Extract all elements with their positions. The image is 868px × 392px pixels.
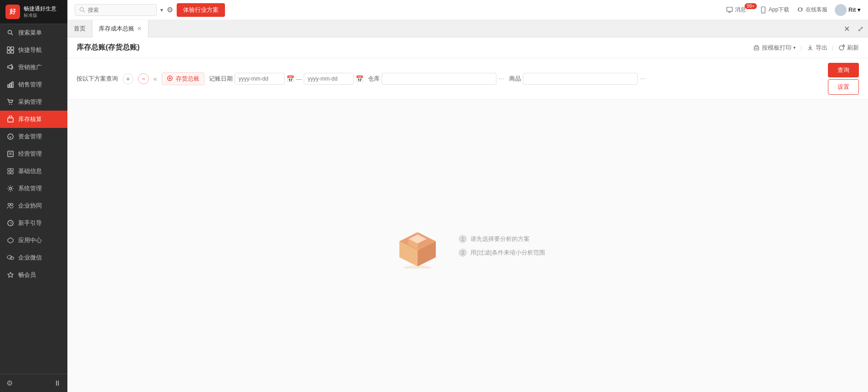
export-icon <box>807 44 814 51</box>
sidebar: 好 畅捷通好生意 标准版 搜索菜单 快捷导航 营销推广 <box>0 0 67 392</box>
settings-btn[interactable]: 设置 <box>828 79 859 95</box>
sidebar-item-label: 基础信息 <box>18 167 42 175</box>
warehouse-more-icon[interactable]: ··· <box>498 75 504 83</box>
product-label: 商品 <box>509 75 521 83</box>
print-template-btn[interactable]: 按模板打印 ▾ <box>753 44 796 52</box>
filter-scheme-item[interactable]: 存货总账 <box>162 72 204 85</box>
topbar-search-box[interactable] <box>75 4 157 16</box>
svg-rect-20 <box>8 172 10 174</box>
member-icon <box>6 271 15 279</box>
product-input[interactable] <box>523 73 638 85</box>
sidebar-item-quick-nav[interactable]: 快捷导航 <box>0 41 67 59</box>
empty-state: 1 请先选择要分析的方案 2 用[过滤]条件来缩小分析范围 <box>67 100 868 392</box>
topbar-right: 消息 99+ App下载 在线客服 Rit ▾ <box>726 4 861 16</box>
settings-bottom-icon[interactable]: ⚙ <box>6 379 13 387</box>
user-area[interactable]: Rit ▾ <box>835 4 861 16</box>
sidebar-item-inventory[interactable]: 库存核算 <box>0 111 67 128</box>
message-btn[interactable]: 消息 99+ <box>726 6 752 14</box>
tab-bar: 首页 库存成本总账 ✕ ✕ ⤢ <box>67 20 868 37</box>
sidebar-item-operations[interactable]: 经营管理 <box>0 145 67 163</box>
export-btn[interactable]: 导出 <box>807 44 827 52</box>
product-more-icon[interactable]: ··· <box>639 75 645 83</box>
logo-badge: 标准版 <box>24 12 56 19</box>
tab-close-icon[interactable]: ✕ <box>137 25 142 32</box>
empty-hints: 1 请先选择要分析的方案 2 用[过滤]条件来缩小分析范围 <box>459 235 545 257</box>
money-icon: ¥ <box>6 132 15 141</box>
scheme-inner-icon <box>167 75 173 81</box>
sidebar-item-label: 畅会员 <box>18 271 36 279</box>
sidebar-item-membership[interactable]: 畅会员 <box>0 266 67 284</box>
sidebar-item-purchase[interactable]: 采购管理 <box>0 93 67 111</box>
sidebar-item-basic[interactable]: 基础信息 <box>0 163 67 180</box>
headset-icon <box>797 6 804 14</box>
shopping-icon <box>6 98 15 106</box>
tab-inventory-label: 库存成本总账 <box>99 25 134 33</box>
topbar-gear-icon[interactable]: ⚙ <box>167 5 173 14</box>
industry-btn[interactable]: 体验行业方案 <box>177 3 225 17</box>
filter-add-btn[interactable]: + <box>123 73 133 84</box>
collapse-icon[interactable]: ⏸ <box>54 379 61 387</box>
date-start-input[interactable] <box>235 73 285 85</box>
action-sep1: | <box>800 44 802 51</box>
sidebar-item-wechat[interactable]: 企业微信 <box>0 249 67 266</box>
hint-num-1: 1 <box>459 235 467 243</box>
sidebar-item-label: 新手引导 <box>18 219 42 227</box>
svg-point-24 <box>11 204 13 206</box>
tab-home[interactable]: 首页 <box>67 20 92 37</box>
query-btn[interactable]: 查询 <box>828 63 859 77</box>
svg-rect-21 <box>11 172 13 174</box>
refresh-btn[interactable]: 刷新 <box>838 44 859 52</box>
filter-del-btn[interactable]: − <box>138 73 149 84</box>
topbar: ▾ ⚙ 体验行业方案 消息 99+ App下载 在线客服 Rit ▾ <box>67 0 868 20</box>
sidebar-item-cooperation[interactable]: 企业协同 <box>0 197 67 214</box>
svg-rect-12 <box>8 118 13 122</box>
svg-text:?: ? <box>10 221 12 226</box>
sidebar-item-system[interactable]: 系统管理 <box>0 180 67 197</box>
dropdown-arrow-icon[interactable]: ▾ <box>160 7 163 13</box>
svg-line-31 <box>83 10 85 12</box>
svg-point-0 <box>8 31 12 34</box>
hint-item-2: 2 用[过滤]条件来缩小分析范围 <box>459 249 545 257</box>
sidebar-item-label: 企业协同 <box>18 202 42 210</box>
panel-expand-btn[interactable]: ⤢ <box>858 24 863 33</box>
topbar-left: ▾ ⚙ 体验行业方案 <box>75 3 726 17</box>
panel-close-btn[interactable]: ✕ <box>844 24 850 33</box>
sidebar-item-search-menu[interactable]: 搜索菜单 <box>0 24 67 41</box>
page-actions: 按模板打印 ▾ | 导出 | 刷新 <box>753 44 859 52</box>
warehouse-input[interactable] <box>382 73 497 85</box>
sidebar-item-marketing[interactable]: 营销推广 <box>0 59 67 76</box>
apps-icon <box>6 236 15 244</box>
report-icon <box>6 150 15 158</box>
refresh-label: 刷新 <box>847 44 859 52</box>
wechat-icon <box>6 254 15 262</box>
empty-illustration <box>390 219 445 273</box>
sidebar-item-label: 库存核算 <box>18 115 42 123</box>
svg-point-11 <box>11 104 12 105</box>
svg-rect-18 <box>8 168 10 171</box>
online-service-btn[interactable]: 在线客服 <box>797 6 827 14</box>
message-label: 消息 <box>735 6 746 14</box>
user-name: Rit <box>848 6 856 13</box>
print-label: 按模板打印 <box>762 44 791 52</box>
sidebar-item-newbie[interactable]: ? 新手引导 <box>0 214 67 232</box>
sidebar-bottom: ⚙ ⏸ <box>0 374 67 392</box>
logo-text: 畅捷通好生意 <box>24 5 56 13</box>
date-end-icon[interactable]: 📅 <box>356 75 363 82</box>
guide-icon: ? <box>6 219 15 227</box>
svg-rect-32 <box>761 7 765 13</box>
svg-marker-29 <box>8 272 13 277</box>
sidebar-item-sales[interactable]: 销售管理 <box>0 76 67 93</box>
search-input[interactable] <box>88 7 143 13</box>
product-filter: 商品 ··· <box>509 73 646 85</box>
sidebar-item-finance[interactable]: ¥ 资金管理 <box>0 128 67 145</box>
phone-icon <box>760 6 767 14</box>
sidebar-item-app-center[interactable]: 应用中心 <box>0 232 67 249</box>
app-download-btn[interactable]: App下载 <box>760 6 789 14</box>
tab-inventory-cost[interactable]: 库存成本总账 ✕ <box>92 20 148 37</box>
page-title: 库存总账(存货总账) <box>77 43 140 52</box>
date-start-icon[interactable]: 📅 <box>286 75 294 82</box>
filter-collapse-icon[interactable]: « <box>153 75 157 82</box>
svg-rect-19 <box>11 168 13 171</box>
date-end-input[interactable] <box>304 73 354 85</box>
user-avatar <box>835 4 847 16</box>
